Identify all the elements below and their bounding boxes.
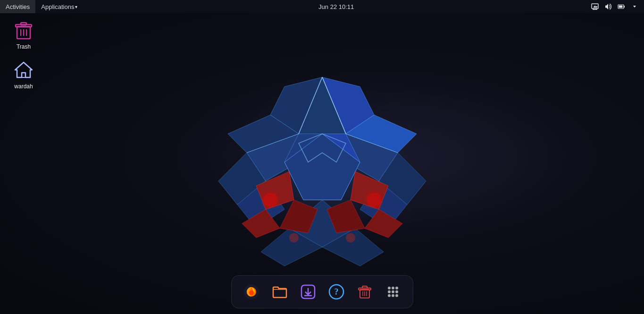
svg-rect-43: [624, 6, 625, 8]
svg-marker-51: [15, 62, 32, 77]
svg-point-72: [395, 290, 398, 293]
svg-rect-44: [619, 6, 623, 8]
trash-icon: [12, 19, 35, 42]
applications-button[interactable]: Applications ▾: [35, 0, 83, 13]
trash-label: Trash: [17, 43, 31, 50]
svg-point-68: [392, 287, 394, 289]
tray-expand-arrow[interactable]: [629, 1, 640, 12]
svg-point-73: [388, 294, 391, 297]
desktop-icons-area: Trash wardah: [5, 17, 42, 92]
dock-trash[interactable]: [352, 280, 377, 304]
svg-point-32: [289, 233, 299, 242]
topbar-datetime: Jun 22 10:11: [83, 3, 589, 10]
applications-dropdown-arrow: ▾: [75, 4, 77, 9]
wallpaper-art: [200, 39, 445, 285]
svg-point-74: [392, 294, 394, 297]
svg-point-75: [395, 294, 398, 297]
topbar-system-tray: [589, 1, 644, 12]
svg-point-71: [392, 290, 394, 293]
dock: ?: [231, 275, 413, 308]
svg-point-70: [388, 290, 391, 293]
dock-help[interactable]: ?: [324, 280, 349, 304]
dock-install[interactable]: [296, 280, 320, 304]
svg-point-67: [388, 287, 391, 289]
trash-desktop-icon[interactable]: Trash: [5, 17, 42, 52]
dock-show-apps[interactable]: [381, 280, 405, 304]
svg-point-31: [346, 233, 355, 242]
svg-point-55: [249, 290, 254, 295]
wardah-desktop-icon[interactable]: wardah: [5, 57, 42, 92]
topbar-left: Activities Applications ▾: [0, 0, 83, 13]
desktop: Activities Applications ▾ Jun 22 10:11: [0, 0, 644, 314]
svg-point-30: [263, 193, 277, 207]
volume-icon[interactable]: [602, 1, 614, 12]
svg-rect-47: [21, 23, 26, 25]
svg-text:?: ?: [334, 287, 338, 297]
power-icon[interactable]: [616, 1, 627, 12]
svg-point-29: [367, 193, 381, 207]
svg-rect-63: [362, 286, 367, 288]
wardah-label: wardah: [14, 83, 33, 90]
home-icon: [12, 59, 35, 81]
topbar: Activities Applications ▾ Jun 22 10:11: [0, 0, 644, 13]
display-icon[interactable]: [589, 1, 601, 12]
svg-point-69: [395, 287, 398, 289]
dock-files[interactable]: [268, 280, 292, 304]
activities-button[interactable]: Activities: [0, 0, 35, 13]
dock-app-menu[interactable]: [239, 280, 264, 304]
